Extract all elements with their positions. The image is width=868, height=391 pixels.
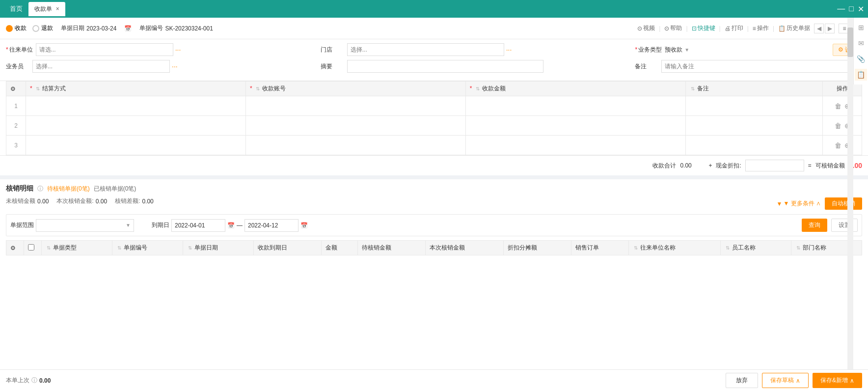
shop-more-btn[interactable]: ···	[506, 46, 512, 54]
row-1-remark[interactable]	[685, 96, 822, 116]
next-arrow[interactable]: ▶	[825, 24, 835, 33]
counterparty-input[interactable]	[36, 43, 173, 56]
sidebar-mail-icon[interactable]: ✉	[856, 37, 866, 49]
scroll-bar[interactable]	[847, 18, 853, 391]
net-label: 可核销金额	[815, 162, 845, 170]
cal-from-icon[interactable]: 📅	[227, 222, 235, 229]
draft-btn[interactable]: 保存草稿 ∧	[762, 373, 809, 388]
bottom-info-icon[interactable]: ⓘ	[31, 376, 37, 385]
receipt-type-group: 收款 退款	[6, 24, 53, 32]
row-1-amount[interactable]	[465, 96, 685, 116]
query-btn[interactable]: 查询	[802, 219, 827, 232]
table-settings-icon[interactable]: ⚙	[10, 85, 16, 92]
discount-label: 现金折扣:	[716, 162, 741, 170]
verify-table-container: ⚙ ⇅ 单据类型 ⇅ 单据编号	[6, 240, 862, 255]
row-1-account[interactable]	[245, 96, 465, 116]
remark-col-header: ⇅ 备注	[685, 82, 822, 96]
row-2-remark[interactable]	[685, 116, 822, 136]
operation-link[interactable]: ≡ 操作	[753, 24, 769, 32]
receipt-tab[interactable]: 收款单 ×	[28, 2, 65, 16]
row-3-delete-icon[interactable]: 🗑	[835, 141, 841, 149]
range-label: 单据范围	[10, 221, 34, 229]
settings-small-btn[interactable]: 设置	[831, 219, 858, 232]
settings-col-header[interactable]: ⚙	[6, 82, 26, 96]
row-3-num: 3	[6, 136, 26, 155]
current-stat: 本次核销金额: 0.00	[56, 197, 107, 205]
business-required: *	[635, 46, 637, 53]
scroll-thumb[interactable]	[847, 28, 853, 57]
remark-input[interactable]	[661, 60, 862, 73]
shop-input[interactable]	[347, 43, 504, 56]
shortcut-link[interactable]: ⊡ 快捷键	[692, 24, 715, 32]
staff-field: 业务员 ···	[6, 60, 309, 73]
plus-sign: +	[708, 162, 712, 169]
v-due-col: 收款到期日	[254, 241, 322, 255]
form-area: * 往来单位 ··· 门店 ··· * 业务类型 预收款 ▼ ⚙	[0, 39, 868, 81]
table-row: 2 🗑 ⊕	[6, 116, 862, 136]
discount-input[interactable]	[745, 160, 804, 171]
row-2-settle[interactable]	[26, 116, 246, 136]
business-dropdown-icon[interactable]: ▼	[684, 47, 689, 53]
eq-sign: =	[808, 162, 812, 169]
pending-link[interactable]: 待核销单据(0笔)	[47, 185, 90, 193]
staff-more-btn[interactable]: ···	[172, 62, 178, 70]
verify-select-all[interactable]	[28, 244, 34, 251]
row-3-account[interactable]	[245, 136, 465, 155]
row-1-settle[interactable]	[26, 96, 246, 116]
draft-arrow-icon: ∧	[796, 377, 800, 384]
window-close-icon[interactable]: ✕	[858, 4, 864, 14]
date-value: 2023-03-24	[86, 25, 116, 32]
row-3-remark[interactable]	[685, 136, 822, 155]
date-from-input[interactable]	[171, 219, 225, 232]
sidebar-table-icon[interactable]: ⊞	[856, 22, 866, 33]
video-link[interactable]: ⊙ 视频	[637, 24, 655, 32]
v-date-col: ⇅ 单据日期	[183, 241, 254, 255]
row-3-actions: 🗑 ⊕	[823, 136, 862, 155]
tab-close-icon[interactable]: ×	[56, 5, 59, 12]
row-3-amount[interactable]	[465, 136, 685, 155]
window-min-icon[interactable]: —	[837, 4, 845, 13]
help-link[interactable]: ⊙ 帮助	[664, 24, 682, 32]
print-link[interactable]: 🖨 打印	[725, 24, 743, 32]
row-2-account[interactable]	[245, 116, 465, 136]
calendar-icon[interactable]: 📅	[124, 25, 132, 32]
verify-info-icon[interactable]: ⓘ	[37, 185, 43, 193]
receipt-radio[interactable]: 收款	[6, 24, 27, 32]
window-max-icon[interactable]: □	[849, 4, 854, 13]
sidebar-clip-icon[interactable]: 📋	[855, 69, 867, 81]
verify-settings-icon[interactable]: ⚙	[10, 245, 16, 251]
prev-arrow[interactable]: ◀	[814, 24, 824, 33]
row-2-delete-icon[interactable]: 🗑	[835, 122, 841, 130]
row-2-amount[interactable]	[465, 116, 685, 136]
summary-input[interactable]	[347, 60, 543, 73]
history-link[interactable]: 📋 历史单据	[778, 24, 810, 32]
refund-radio[interactable]: 退款	[32, 24, 53, 32]
shortcut-icon: ⊡	[692, 25, 697, 32]
date-range-sep: —	[237, 222, 243, 229]
more-conditions-btn[interactable]: ▼ ▼ 更多条件 ∧	[777, 199, 821, 208]
diff-label: 核销差额:	[115, 197, 140, 205]
receipt-radio-dot	[6, 25, 13, 32]
abandon-btn[interactable]: 放弃	[726, 373, 758, 388]
business-label: 业务类型	[638, 46, 663, 54]
home-tab[interactable]: 首页	[4, 1, 28, 16]
counterparty-more-btn[interactable]: ···	[175, 46, 181, 54]
date-to-input[interactable]	[244, 219, 298, 232]
sidebar-attach-icon[interactable]: 📎	[855, 53, 867, 65]
save-new-btn[interactable]: 保存&新增 ∧	[813, 373, 862, 388]
row-1-delete-icon[interactable]: 🗑	[835, 102, 841, 110]
shop-label: 门店	[321, 46, 345, 54]
verify-table: ⚙ ⇅ 单据类型 ⇅ 单据编号	[6, 240, 862, 255]
row-3-settle[interactable]	[26, 136, 246, 155]
gear-icon: ⚙	[838, 46, 843, 53]
staff-input[interactable]	[32, 60, 170, 73]
range-select[interactable]: ▼	[36, 219, 134, 232]
auto-verify-btn[interactable]: 自动核销	[825, 197, 862, 210]
table-header: ⚙ * ⇅ 结算方式 * ⇅ 收款账号 * ⇅ 收款	[6, 82, 862, 96]
right-sidebar: ⊞ ✉ 📎 📋	[853, 18, 868, 84]
done-link[interactable]: 已核销单据(0笔)	[94, 185, 136, 193]
verify-checkbox-col[interactable]	[24, 241, 42, 255]
verify-settings-col[interactable]: ⚙	[6, 241, 24, 255]
cal-to-icon[interactable]: 📅	[300, 222, 308, 229]
business-type-value: 预收款	[665, 46, 684, 54]
